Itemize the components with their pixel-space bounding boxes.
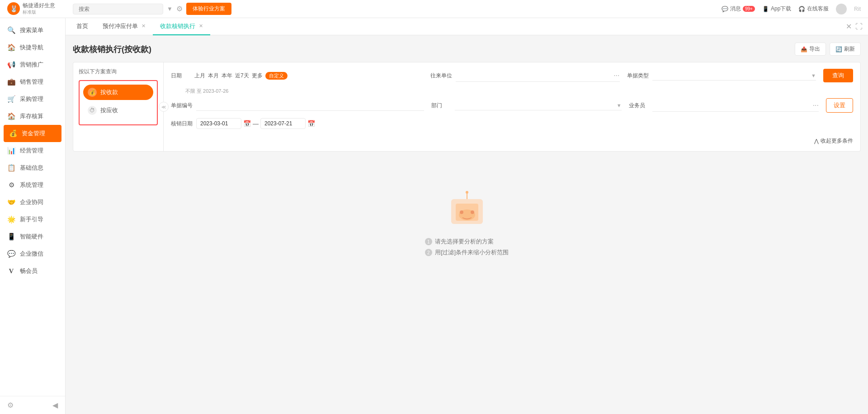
message-item[interactable]: 💬 消息 99+ xyxy=(722,5,755,13)
operations-icon: 📊 xyxy=(7,147,15,155)
sidebar-item-inventory[interactable]: 🏠 库存核算 xyxy=(0,108,65,125)
date-this-month[interactable]: 本月 xyxy=(208,72,219,80)
sidebar-item-search-menu[interactable]: 🔍 搜索菜单 xyxy=(0,22,65,39)
staff-select[interactable]: ··· xyxy=(652,100,819,112)
search-input[interactable] xyxy=(73,4,163,14)
expand-tab-icon[interactable]: ⛶ xyxy=(855,23,863,31)
voucher-type-select[interactable]: ▼ xyxy=(652,71,816,81)
staff-ellipsis-icon[interactable]: ··· xyxy=(813,101,819,109)
writeoff-date-end-input[interactable] xyxy=(260,118,306,129)
sidebar-item-finance[interactable]: 💰 资金管理 xyxy=(4,125,61,142)
app-download-item[interactable]: 📱 App下载 xyxy=(762,5,791,13)
partner-select[interactable]: ··· xyxy=(456,70,620,82)
dept-label: 部门 xyxy=(431,102,451,109)
writeoff-date-field: 核销日期 📅 — 📅 xyxy=(171,118,441,129)
online-service-label: 在线客服 xyxy=(807,5,829,13)
sidebar-item-sales[interactable]: 💼 销售管理 xyxy=(0,73,65,90)
message-icon: 💬 xyxy=(722,6,728,12)
system-icon: ⚙ xyxy=(7,181,15,189)
sidebar-item-marketing[interactable]: 📢 营销推广 xyxy=(0,56,65,73)
sidebar-item-purchase[interactable]: 🛒 采购管理 xyxy=(0,90,65,108)
sidebar-item-label: 营销推广 xyxy=(20,61,43,69)
close-tab-icon[interactable]: ✕ xyxy=(846,22,852,31)
sidebar-item-hardware[interactable]: 📱 智能硬件 xyxy=(0,228,65,245)
sidebar-item-label: 畅会员 xyxy=(20,267,38,275)
main-content: 首页 预付冲应付单 ✕ 收款核销执行 ✕ ✕ ⛶ 收款核销执行(按收款) 📤 导… xyxy=(66,18,868,414)
refresh-icon: 🔄 xyxy=(835,46,842,52)
refresh-button[interactable]: 🔄 刷新 xyxy=(830,43,861,56)
sidebar-item-label: 系统管理 xyxy=(20,181,43,189)
topbar: 🐰 畅捷通好生意 标准版 ▼ ⚙ 体验行业方案 💬 消息 99+ 📱 App下载… xyxy=(0,0,868,18)
svg-point-3 xyxy=(460,210,463,214)
receipt-icon: 💰 xyxy=(88,88,97,97)
writeoff-date-end-calendar-icon[interactable]: 📅 xyxy=(307,120,315,127)
voucher-no-field: 单据编号 xyxy=(171,100,424,111)
dropdown-icon[interactable]: ▼ xyxy=(167,5,173,12)
sidebar-item-member[interactable]: V 畅会员 xyxy=(0,262,65,280)
page-title: 收款核销执行(按收款) xyxy=(73,44,151,55)
tabbar: 首页 预付冲应付单 ✕ 收款核销执行 ✕ ✕ ⛶ xyxy=(66,18,868,35)
voucher-type-field: 单据类型 ▼ xyxy=(627,71,816,81)
writeoff-date-start-calendar-icon[interactable]: 📅 xyxy=(243,120,251,127)
avatar[interactable] xyxy=(836,4,847,14)
partner-ellipsis-icon[interactable]: ··· xyxy=(613,71,619,80)
export-button[interactable]: 📤 导出 xyxy=(795,43,826,56)
filter-right-panel: 日期 上月 本月 本年 近7天 更多 自定义 往来单位 xyxy=(164,62,860,151)
member-icon: V xyxy=(7,267,15,275)
sidebar-item-enterprise[interactable]: 🤝 企业协同 xyxy=(0,194,65,211)
dept-select[interactable]: ▼ xyxy=(455,101,621,110)
writeoff-date-start-input[interactable] xyxy=(196,118,241,129)
sidebar-item-quick-nav[interactable]: 🏠 快捷导航 xyxy=(0,39,65,56)
sidebar-item-guide[interactable]: 🌟 新手引导 xyxy=(0,211,65,228)
settings-gear-icon[interactable]: ⚙ xyxy=(176,5,183,13)
tab-receipt-writeoff[interactable]: 收款核销执行 ✕ xyxy=(153,18,210,35)
date-field: 日期 上月 本月 本年 近7天 更多 自定义 xyxy=(171,72,423,80)
svg-point-6 xyxy=(466,191,468,194)
setting-button[interactable]: 设置 xyxy=(826,98,853,113)
sidebar-item-label: 经营管理 xyxy=(20,147,43,155)
date-custom[interactable]: 自定义 xyxy=(265,72,288,80)
expand-conditions-button[interactable]: ⋀ 收起更多条件 xyxy=(814,137,853,145)
tab-prepay-label: 预付冲应付单 xyxy=(103,22,138,30)
guide-icon: 🌟 xyxy=(7,215,15,224)
tab-prepay-reconcile[interactable]: 预付冲应付单 ✕ xyxy=(95,18,153,35)
tab-prepay-close-icon[interactable]: ✕ xyxy=(142,23,146,29)
voucher-no-input[interactable] xyxy=(196,100,424,111)
filter-row-2: 单据编号 部门 ▼ 业务员 xyxy=(171,98,853,113)
date-more[interactable]: 更多 xyxy=(252,72,263,80)
sidebar-item-wechat[interactable]: 💬 企业微信 xyxy=(0,245,65,262)
sidebar-item-system[interactable]: ⚙ 系统管理 xyxy=(0,176,65,194)
dept-arrow-icon: ▼ xyxy=(617,103,622,108)
query-option-by-receipt[interactable]: 💰 按收款 xyxy=(83,85,153,100)
filter-area: 按以下方案查询 💰 按收款 ⏱ 按应收 ≪ xyxy=(73,62,861,152)
date-last-month[interactable]: 上月 xyxy=(194,72,205,80)
topbar-right: 💬 消息 99+ 📱 App下载 🎧 在线客服 Rit xyxy=(722,4,861,14)
sidebar-item-basic-info[interactable]: 📋 基础信息 xyxy=(0,159,65,176)
basic-info-icon: 📋 xyxy=(7,164,15,172)
industry-solution-button[interactable]: 体验行业方案 xyxy=(186,3,231,15)
filter-row-1: 日期 上月 本月 本年 近7天 更多 自定义 往来单位 xyxy=(171,69,853,82)
query-button[interactable]: 查询 xyxy=(823,69,853,82)
inventory-icon: 🏠 xyxy=(7,112,15,120)
voucher-type-arrow-icon: ▼ xyxy=(811,73,816,78)
hint-num-2: 2 xyxy=(425,249,432,256)
collapse-sidebar-icon[interactable]: ◀ xyxy=(52,401,58,409)
date-this-year[interactable]: 本年 xyxy=(222,72,232,80)
topbar-search-area: ▼ ⚙ 体验行业方案 xyxy=(73,3,722,15)
empty-hint-2: 2 用[过滤]条件来缩小分析范围 xyxy=(425,248,509,257)
date-7days[interactable]: 近7天 xyxy=(235,72,249,80)
online-service-item[interactable]: 🎧 在线客服 xyxy=(798,5,829,13)
partner-label: 往来单位 xyxy=(430,72,452,80)
collapse-left-panel-button[interactable]: ≪ xyxy=(159,102,169,112)
query-option-by-receivable[interactable]: ⏱ 按应收 xyxy=(83,103,153,118)
username: Rit xyxy=(854,6,861,12)
page-header: 收款核销执行(按收款) 📤 导出 🔄 刷新 xyxy=(73,43,861,56)
sidebar-item-operations[interactable]: 📊 经营管理 xyxy=(0,142,65,159)
settings-bottom-icon[interactable]: ⚙ xyxy=(7,401,14,409)
tab-home[interactable]: 首页 xyxy=(69,18,95,35)
page-content: 收款核销执行(按收款) 📤 导出 🔄 刷新 按以下方案查询 💰 xyxy=(66,35,868,303)
enterprise-icon: 🤝 xyxy=(7,198,15,206)
dept-field: 部门 ▼ xyxy=(431,101,621,110)
tab-receipt-close-icon[interactable]: ✕ xyxy=(199,23,203,29)
sidebar-item-label: 搜索菜单 xyxy=(20,26,43,34)
